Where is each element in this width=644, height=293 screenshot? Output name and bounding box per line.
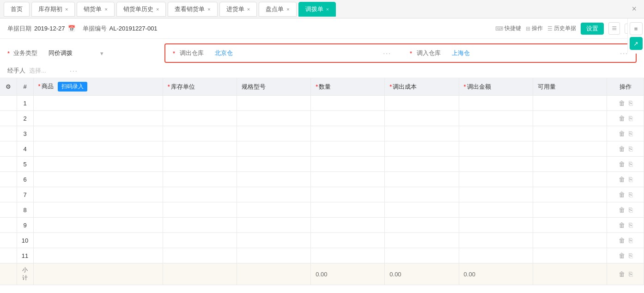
subtotal-delete-btn[interactable]: 🗑 [618,269,626,279]
row-11-cost[interactable] [385,248,459,263]
row-10-available[interactable] [533,233,607,248]
row-1-unit[interactable] [163,96,237,111]
row-4-amount[interactable] [459,141,533,157]
row-8-quantity[interactable] [311,202,385,218]
row-10-amount[interactable] [459,233,533,248]
row-1-delete-btn[interactable]: 🗑 [618,98,626,108]
row-6-available[interactable] [533,172,607,187]
row-7-copy-btn[interactable]: ⎘ [628,190,633,199]
calendar-icon[interactable]: 📅 [68,25,75,32]
row-7-spec[interactable] [237,187,311,202]
row-7-cost[interactable] [385,187,459,202]
row-4-spec[interactable] [237,141,311,157]
window-close-button[interactable]: × [628,4,640,14]
row-7-available[interactable] [533,187,607,202]
row-2-copy-btn[interactable]: ⎘ [628,114,633,123]
tab-home[interactable]: 首页 [4,2,30,17]
row-4-copy-btn[interactable]: ⎘ [628,144,633,153]
row-3-quantity[interactable] [311,126,385,141]
business-type-dropdown-icon[interactable]: ▾ [100,50,103,57]
row-3-delete-btn[interactable]: 🗑 [618,129,626,138]
row-5-quantity[interactable] [311,157,385,172]
handler-value[interactable]: 选择... [29,67,66,75]
row-5-amount[interactable] [459,157,533,172]
row-6-unit[interactable] [163,172,237,187]
shortcut-action[interactable]: ⌨ 快捷键 [495,24,521,32]
row-9-amount[interactable] [459,218,533,233]
row-9-product[interactable] [33,218,163,233]
row-1-available[interactable] [533,96,607,111]
row-8-spec[interactable] [237,202,311,218]
handler-more-icon[interactable]: ··· [70,67,78,74]
row-6-delete-btn[interactable]: 🗑 [618,175,626,184]
row-10-product[interactable] [33,233,163,248]
row-7-unit[interactable] [163,187,237,202]
row-7-delete-btn[interactable]: 🗑 [618,190,626,199]
row-9-unit[interactable] [163,218,237,233]
row-1-cost[interactable] [385,96,459,111]
tab-transfer[interactable]: 调拨单 × [298,2,336,17]
row-8-copy-btn[interactable]: ⎘ [628,205,633,214]
row-2-cost[interactable] [385,111,459,126]
row-8-unit[interactable] [163,202,237,218]
row-10-spec[interactable] [237,233,311,248]
row-11-spec[interactable] [237,248,311,263]
tab-sales-order-close[interactable]: × [104,6,107,12]
row-3-product[interactable] [33,126,163,141]
row-11-copy-btn[interactable]: ⎘ [628,251,633,260]
row-2-product[interactable] [33,111,163,126]
row-3-available[interactable] [533,126,607,141]
tab-view-sales[interactable]: 查看销货单 × [168,2,217,17]
tab-view-sales-close[interactable]: × [207,6,210,12]
tab-inventory-init[interactable]: 库存期初 × [31,2,75,17]
tab-sales-history[interactable]: 销货单历史 × [116,2,166,17]
row-4-product[interactable] [33,141,163,157]
row-9-copy-btn[interactable]: ⎘ [628,220,633,230]
tab-sales-order[interactable]: 销货单 × [77,2,114,17]
row-4-available[interactable] [533,141,607,157]
row-5-spec[interactable] [237,157,311,172]
row-8-available[interactable] [533,202,607,218]
row-2-spec[interactable] [237,111,311,126]
row-10-cost[interactable] [385,233,459,248]
row-1-copy-btn[interactable]: ⎘ [628,98,633,108]
row-2-amount[interactable] [459,111,533,126]
tab-stocktake[interactable]: 盘点单 × [259,2,296,17]
row-9-spec[interactable] [237,218,311,233]
row-5-delete-btn[interactable]: 🗑 [618,159,626,169]
row-4-unit[interactable] [163,141,237,157]
row-5-unit[interactable] [163,157,237,172]
row-11-delete-btn[interactable]: 🗑 [618,251,626,260]
row-1-product[interactable] [33,96,163,111]
row-8-cost[interactable] [385,202,459,218]
tab-sales-history-close[interactable]: × [156,6,159,12]
settings-button[interactable]: 设置 [581,23,604,35]
row-8-amount[interactable] [459,202,533,218]
row-1-amount[interactable] [459,96,533,111]
row-4-delete-btn[interactable]: 🗑 [618,144,626,153]
row-11-amount[interactable] [459,248,533,263]
row-1-quantity[interactable] [311,96,385,111]
row-2-delete-btn[interactable]: 🗑 [618,114,626,123]
row-6-spec[interactable] [237,172,311,187]
th-gear[interactable]: ⚙ [0,78,17,96]
tab-stocktake-close[interactable]: × [286,6,289,12]
row-4-cost[interactable] [385,141,459,157]
row-8-product[interactable] [33,202,163,218]
row-11-available[interactable] [533,248,607,263]
history-action[interactable]: ☰ 历史单据 [547,24,576,32]
row-9-available[interactable] [533,218,607,233]
row-5-cost[interactable] [385,157,459,172]
row-6-copy-btn[interactable]: ⎘ [628,175,633,184]
row-5-available[interactable] [533,157,607,172]
row-6-quantity[interactable] [311,172,385,187]
row-3-unit[interactable] [163,126,237,141]
row-3-cost[interactable] [385,126,459,141]
row-1-spec[interactable] [237,96,311,111]
row-6-product[interactable] [33,172,163,187]
row-2-available[interactable] [533,111,607,126]
row-5-copy-btn[interactable]: ⎘ [628,159,633,169]
scan-button[interactable]: 扫码录入 [58,82,87,92]
row-10-unit[interactable] [163,233,237,248]
sidebar-export-btn[interactable]: ↗ [630,37,643,50]
